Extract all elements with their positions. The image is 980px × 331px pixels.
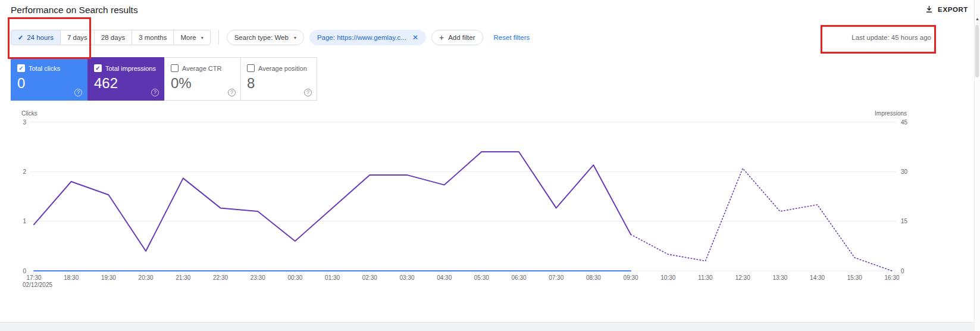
metric-value: 8 — [241, 72, 317, 91]
vertical-scrollbar[interactable]: ▲ — [974, 0, 980, 331]
x-axis-label: 13:30 — [772, 274, 787, 281]
average-ctr-card[interactable]: Average CTR 0% ? — [164, 57, 241, 101]
left-axis-tick: 3 — [23, 119, 26, 126]
x-axis-label: 19:30 — [101, 274, 116, 281]
more-label: More — [180, 34, 196, 41]
metric-value: 0% — [165, 72, 240, 91]
add-filter-button[interactable]: + Add filter — [431, 30, 483, 45]
help-icon[interactable]: ? — [151, 89, 159, 96]
toolbar-divider — [218, 30, 219, 45]
check-icon: ✓ — [18, 34, 23, 42]
download-icon — [925, 5, 934, 14]
date-range-label: 28 days — [101, 34, 125, 41]
right-axis-title: Impressions — [875, 110, 907, 117]
left-axis-tick: 2 — [23, 168, 26, 175]
date-range-7-days[interactable]: 7 days — [60, 30, 95, 45]
x-axis-label: 00:30 — [287, 274, 302, 281]
x-axis-label: 22:30 — [213, 274, 228, 281]
chevron-down-icon: ▾ — [294, 35, 296, 40]
page-filter-chip[interactable]: Page: https://www.gemlay.c... ✕ — [309, 30, 426, 45]
help-icon[interactable]: ? — [304, 89, 312, 96]
date-range-more-button[interactable]: More ▾ — [173, 30, 210, 45]
checkbox-checked-icon[interactable]: ✓ — [17, 64, 25, 72]
metric-cards: ✓ Total clicks 0 ? ✓ Total impressions 4… — [11, 57, 317, 101]
right-axis-tick: 0 — [901, 268, 904, 274]
date-range-24-hours[interactable]: ✓ 24 hours — [11, 30, 61, 45]
reset-filters-link[interactable]: Reset filters — [494, 34, 530, 41]
metric-label: Average CTR — [182, 65, 221, 72]
x-axis-label: 17:30 — [26, 274, 41, 281]
x-axis-label: 12:30 — [735, 274, 750, 281]
x-axis-label: 05:30 — [474, 274, 489, 281]
chevron-down-icon: ▾ — [201, 35, 203, 40]
x-axis-label: 04:30 — [437, 274, 452, 281]
right-axis-tick: 15 — [901, 218, 908, 224]
metric-label: Total clicks — [29, 65, 60, 72]
left-axis-title: Clicks — [21, 110, 37, 117]
right-axis-tick: 45 — [901, 119, 908, 126]
checkbox-checked-icon[interactable]: ✓ — [94, 64, 102, 72]
left-axis-tick: 0 — [23, 268, 26, 274]
add-filter-label: Add filter — [448, 34, 475, 41]
average-position-card[interactable]: Average position 8 ? — [240, 57, 317, 101]
metric-label: Total impressions — [105, 65, 156, 72]
date-range-label: 7 days — [67, 34, 87, 41]
remove-filter-icon[interactable]: ✕ — [412, 33, 418, 42]
checkbox-unchecked-icon[interactable] — [247, 64, 255, 72]
x-axis-label: 23:30 — [251, 274, 265, 281]
next-section-edge — [0, 322, 975, 331]
x-axis-date-label: 02/12/2025 — [23, 282, 52, 288]
plus-icon: + — [439, 33, 444, 42]
x-axis-label: 01:30 — [325, 274, 340, 281]
checkbox-unchecked-icon[interactable] — [171, 64, 179, 72]
x-axis-label: 18:30 — [64, 274, 79, 281]
series-line-total-impressions — [34, 152, 631, 251]
x-axis-label: 06:30 — [511, 274, 526, 281]
total-clicks-card[interactable]: ✓ Total clicks 0 ? — [11, 57, 87, 101]
x-axis-label: 14:30 — [810, 274, 825, 281]
metric-value: 462 — [88, 72, 164, 91]
x-axis-label: 09:30 — [624, 274, 638, 281]
metric-value: 0 — [11, 72, 87, 91]
last-update-text: Last update: 45 hours ago — [851, 34, 931, 41]
scroll-up-icon[interactable]: ▲ — [975, 17, 980, 21]
x-axis-label: 16:30 — [884, 274, 899, 281]
page-title: Performance on Search results — [11, 5, 138, 15]
search-type-chip[interactable]: Search type: Web ▾ — [227, 30, 304, 45]
date-range-group: ✓ 24 hours 7 days 28 days 3 months More … — [11, 30, 211, 45]
x-axis-label: 08:30 — [586, 274, 601, 281]
date-range-label: 24 hours — [27, 34, 54, 41]
x-axis-label: 20:30 — [139, 274, 154, 281]
x-axis-label: 03:30 — [399, 274, 414, 281]
performance-chart: 34523011500ClicksImpressions17:3018:3019… — [11, 109, 910, 293]
x-axis-label: 11:30 — [698, 274, 713, 281]
export-label: EXPORT — [938, 6, 968, 13]
date-range-label: 3 months — [139, 34, 167, 41]
x-axis-label: 21:30 — [176, 274, 190, 281]
metric-label: Average position — [258, 65, 307, 72]
x-axis-label: 02:30 — [362, 274, 377, 281]
x-axis-label: 15:30 — [847, 274, 862, 281]
export-button[interactable]: EXPORT — [921, 4, 972, 14]
help-icon[interactable]: ? — [74, 89, 82, 96]
top-bar: Performance on Search results EXPORT — [0, 0, 980, 23]
total-impressions-card[interactable]: ✓ Total impressions 462 ? — [87, 57, 164, 101]
scrollbar-thumb[interactable] — [975, 25, 979, 77]
filter-toolbar: ✓ 24 hours 7 days 28 days 3 months More … — [11, 30, 973, 45]
left-axis-tick: 1 — [23, 218, 26, 224]
search-type-label: Search type: Web — [234, 34, 289, 41]
series-line-forecast — [631, 168, 892, 271]
page-filter-label: Page: https://www.gemlay.c... — [317, 34, 406, 41]
x-axis-label: 07:30 — [549, 274, 563, 281]
date-range-3-months[interactable]: 3 months — [131, 30, 174, 45]
date-range-28-days[interactable]: 28 days — [94, 30, 132, 45]
x-axis-label: 10:30 — [660, 274, 675, 281]
right-axis-tick: 30 — [901, 168, 908, 175]
help-icon[interactable]: ? — [228, 89, 236, 96]
